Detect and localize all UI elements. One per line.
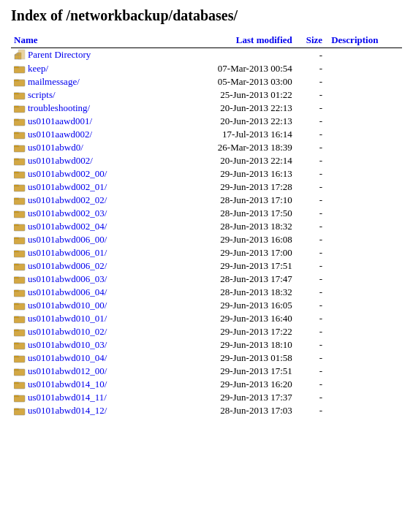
date-cell: 29-Jun-2013 01:58 xyxy=(177,352,297,365)
size-cell: - xyxy=(297,352,328,365)
size-cell: - xyxy=(297,167,328,180)
name-cell: us0101abwd002/ xyxy=(11,154,177,167)
table-row: mailmessage/05-Mar-2013 03:00- xyxy=(11,75,402,88)
name-sort-link[interactable]: Name xyxy=(14,34,38,45)
file-link[interactable]: us0101abwd0/ xyxy=(28,142,83,153)
folder-icon xyxy=(14,77,26,87)
name-cell: us0101aawd002/ xyxy=(11,128,177,141)
desc-cell xyxy=(328,102,402,115)
folder-icon xyxy=(14,64,26,74)
table-row: keep/07-Mar-2013 00:54- xyxy=(11,62,402,75)
file-link[interactable]: us0101aawd002/ xyxy=(28,129,92,140)
desc-cell xyxy=(328,365,402,378)
name-cell: us0101abwd010_04/ xyxy=(11,352,177,365)
file-link[interactable]: us0101abwd010_04/ xyxy=(28,352,107,363)
folder-icon xyxy=(14,262,26,271)
date-cell: 25-Jun-2013 01:22 xyxy=(177,88,297,102)
col-header-last-modified[interactable]: Last modified xyxy=(177,33,297,48)
folder-icon xyxy=(14,327,26,337)
file-link[interactable]: us0101abwd010_01/ xyxy=(28,313,107,324)
file-link[interactable]: us0101abwd006_03/ xyxy=(28,273,107,284)
file-link[interactable]: mailmessage/ xyxy=(28,76,80,87)
desc-cell xyxy=(328,299,402,312)
date-cell: 26-Mar-2013 18:39 xyxy=(177,141,297,154)
size-cell: - xyxy=(297,220,328,233)
file-link[interactable]: us0101abwd002_01/ xyxy=(28,181,107,192)
name-cell: scripts/ xyxy=(11,88,177,102)
size-cell: - xyxy=(297,154,328,167)
file-link[interactable]: Parent Directory xyxy=(28,49,91,60)
file-link[interactable]: us0101abwd006_00/ xyxy=(28,234,107,245)
file-link[interactable]: us0101abwd002_02/ xyxy=(28,194,107,205)
file-link[interactable]: us0101abwd010_03/ xyxy=(28,339,107,350)
folder-icon xyxy=(14,183,26,192)
name-cell: us0101abwd010_02/ xyxy=(11,325,177,338)
col-header-name[interactable]: Name xyxy=(11,33,177,48)
date-cell: 05-Mar-2013 03:00 xyxy=(177,75,297,88)
table-row: us0101abwd006_04/28-Jun-2013 18:32- xyxy=(11,286,402,299)
table-row: us0101abwd012_00/29-Jun-2013 17:51- xyxy=(11,365,402,378)
file-link[interactable]: troubleshooting/ xyxy=(28,102,90,113)
size-cell: - xyxy=(297,391,328,404)
file-link[interactable]: us0101abwd006_01/ xyxy=(28,247,107,258)
file-link[interactable]: us0101abwd002_00/ xyxy=(28,168,107,179)
folder-icon xyxy=(14,235,26,245)
name-cell: us0101abwd002_03/ xyxy=(11,207,177,220)
folder-icon xyxy=(14,104,26,113)
file-link[interactable]: us0101abwd010_00/ xyxy=(28,300,107,311)
file-link[interactable]: us0101abwd014_12/ xyxy=(28,405,107,416)
date-cell: 28-Jun-2013 17:10 xyxy=(177,194,297,207)
table-row: us0101aawd001/20-Jun-2013 22:13- xyxy=(11,115,402,128)
name-cell: us0101abwd006_02/ xyxy=(11,259,177,273)
file-link[interactable]: us0101abwd006_04/ xyxy=(28,286,107,297)
size-cell: - xyxy=(297,233,328,246)
desc-cell xyxy=(328,286,402,299)
col-header-size[interactable]: Size xyxy=(297,33,328,48)
desc-cell xyxy=(328,220,402,233)
file-link[interactable]: us0101abwd002/ xyxy=(28,155,93,166)
date-cell: 20-Jun-2013 22:13 xyxy=(177,115,297,128)
desc-cell xyxy=(328,325,402,338)
name-cell: us0101aawd001/ xyxy=(11,115,177,128)
file-link[interactable]: us0101abwd002_04/ xyxy=(28,221,107,232)
folder-icon xyxy=(14,301,26,311)
file-listing-table: Name Last modified Size Description Pare… xyxy=(11,33,402,417)
file-link[interactable]: us0101abwd014_11/ xyxy=(28,392,107,403)
size-cell: - xyxy=(297,128,328,141)
folder-icon xyxy=(14,406,26,416)
name-cell: us0101abwd010_01/ xyxy=(11,312,177,325)
folder-icon xyxy=(14,143,26,153)
table-row: us0101abwd014_12/28-Jun-2013 17:03- xyxy=(11,404,402,417)
date-sort-link[interactable]: Last modified xyxy=(236,34,292,45)
table-row: us0101abwd002/20-Jun-2013 22:14- xyxy=(11,154,402,167)
date-cell: 29-Jun-2013 16:08 xyxy=(177,233,297,246)
desc-cell xyxy=(328,246,402,259)
desc-cell xyxy=(328,273,402,286)
file-link[interactable]: us0101abwd014_10/ xyxy=(28,379,107,390)
file-link[interactable]: us0101abwd010_02/ xyxy=(28,326,107,337)
folder-icon xyxy=(14,248,26,258)
table-row: us0101abwd010_04/29-Jun-2013 01:58- xyxy=(11,352,402,365)
file-link[interactable]: us0101abwd006_02/ xyxy=(28,260,107,271)
col-header-description[interactable]: Description xyxy=(328,33,402,48)
name-cell: us0101abwd006_03/ xyxy=(11,273,177,286)
desc-cell xyxy=(328,154,402,167)
name-cell: us0101abwd006_01/ xyxy=(11,246,177,259)
name-cell: us0101abwd002_04/ xyxy=(11,220,177,233)
desc-cell xyxy=(328,207,402,220)
name-cell: us0101abwd002_00/ xyxy=(11,167,177,180)
file-link[interactable]: keep/ xyxy=(28,63,48,74)
desc-sort-link[interactable]: Description xyxy=(331,34,378,45)
date-cell xyxy=(177,48,297,63)
desc-cell xyxy=(328,88,402,102)
file-link[interactable]: us0101aawd001/ xyxy=(28,115,92,126)
folder-icon xyxy=(14,209,26,218)
file-link[interactable]: us0101abwd012_00/ xyxy=(28,365,107,376)
folder-icon xyxy=(14,367,26,376)
file-link[interactable]: us0101abwd002_03/ xyxy=(28,208,107,218)
table-header-row: Name Last modified Size Description xyxy=(11,33,402,48)
size-sort-link[interactable]: Size xyxy=(306,34,322,45)
date-cell: 29-Jun-2013 16:05 xyxy=(177,299,297,312)
folder-icon xyxy=(14,288,26,297)
file-link[interactable]: scripts/ xyxy=(28,89,56,100)
